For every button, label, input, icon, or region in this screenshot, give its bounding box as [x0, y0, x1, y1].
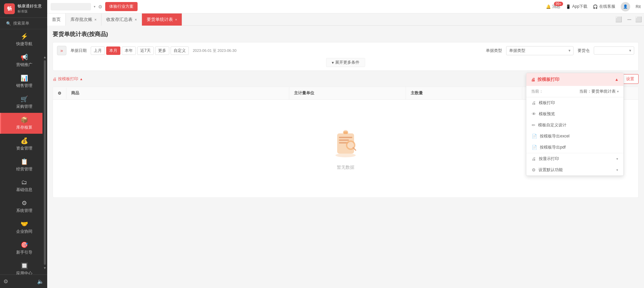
sidebar-item-sales[interactable]: 📊 销售管理 — [0, 71, 47, 92]
display-print-arrow: ▾ — [616, 157, 618, 161]
th-qty: 主数量 — [406, 87, 522, 99]
sidebar-item-operation[interactable]: 📋 经营管理 — [0, 155, 47, 175]
sidebar-item-quick-nav[interactable]: ⚡ 快捷导航 — [0, 29, 47, 50]
topbar-dropdown-icon[interactable]: ▾ — [94, 5, 95, 8]
avatar[interactable]: 👤 — [621, 2, 630, 11]
th-unit: 主计量单位 — [289, 87, 406, 99]
enterprise-icon: 🤝 — [21, 220, 28, 228]
page-title: 要货单统计表(按商品) — [53, 30, 639, 38]
print-icon: 🖨 — [53, 77, 57, 82]
date-btn-7days[interactable]: 近7天 — [137, 46, 154, 55]
date-btn-this-year[interactable]: 本年 — [122, 46, 136, 55]
th-product: 商品 — [66, 87, 289, 99]
guide-icon: 🎯 — [21, 241, 28, 249]
sidebar-item-apps[interactable]: 🔲 应用中心 — [0, 259, 47, 275]
topbar-gear-icon[interactable]: ⚙ — [98, 4, 103, 9]
default-func-arrow: ▾ — [616, 168, 618, 172]
sound-icon[interactable]: 🔈 — [37, 278, 44, 285]
print-dropdown: 🖨 按模板打印 ▲ 当前： 当前：要货单统计表 ▾ 🖨 模板打印 👁 — [526, 73, 624, 176]
print-btn-arrow: ▲ — [80, 77, 83, 81]
expand-more-icon: ▾ — [332, 60, 334, 65]
dropdown-item-template-preview[interactable]: 👁 模板预览 — [526, 108, 623, 120]
tab-order-stats[interactable]: 要货单统计表 × — [142, 13, 182, 26]
tab-close-batch-account[interactable]: × — [94, 18, 96, 22]
main-area: ▾ ⚙ 体验行业方案 🔔 消息 99+ 📱 App下载 🎧 在线客服 👤 Rit — [47, 0, 644, 288]
template-preview-icon: 👁 — [532, 111, 536, 117]
type-filter-label: 单据类型 — [486, 48, 502, 54]
sidebar-item-system[interactable]: ⚙ 系统管理 — [0, 196, 47, 217]
tab-expand-icon[interactable]: ⬜ — [612, 16, 625, 23]
phone-icon: 📱 — [566, 4, 571, 9]
print-dropdown-header[interactable]: 🖨 按模板打印 ▲ — [526, 73, 623, 86]
avatar-icon: 👤 — [623, 4, 628, 9]
th-settings[interactable]: ⚙ — [53, 88, 66, 99]
dropdown-item-default-func[interactable]: ⚙ 设置默认功能 ▾ — [526, 164, 623, 175]
sidebar-item-purchase[interactable]: 🛒 采购管理 — [0, 92, 47, 113]
filter-more-row: ▾ 展开更多条件 — [57, 58, 634, 67]
tab-batch-account[interactable]: 库存批次账 × — [66, 13, 101, 26]
date-btn-custom[interactable]: 自定义 — [171, 46, 189, 55]
settings-btn[interactable]: 设置 — [622, 74, 639, 84]
sidebar-nav: ⚡ 快捷导航 📢 营销推广 📊 销售管理 🛒 采购管理 📦 库存核算 💰 资金管… — [0, 29, 47, 275]
quick-nav-icon: ⚡ — [21, 33, 28, 40]
dropdown-section2: 🖨 按显示打印 ▾ ⚙ 设置默认功能 ▾ — [526, 153, 623, 175]
svg-rect-3 — [339, 139, 349, 141]
scroll-up-arrow[interactable]: ▲ — [43, 55, 47, 59]
window-maximize-icon[interactable]: ⬜ — [633, 16, 644, 23]
goods-select-arrow: ▾ — [629, 48, 631, 53]
topbar-right: 🔔 消息 99+ 📱 App下载 🎧 在线客服 👤 Rit — [546, 2, 641, 11]
default-func-icon: ⚙ — [532, 167, 536, 172]
dropdown-item-template-print[interactable]: 🖨 模板打印 — [526, 97, 623, 108]
template-print-icon: 🖨 — [532, 100, 536, 105]
tab-close-order-stats[interactable]: × — [175, 18, 177, 22]
date-group: 上月 本月 本年 近7天 更多 自定义 — [91, 46, 189, 55]
inventory-icon: 📦 — [21, 116, 28, 124]
settings-bottom-icon[interactable]: ⚙ — [3, 278, 8, 285]
type-select-arrow: ▾ — [568, 48, 570, 53]
sidebar-search[interactable]: 🔍 搜索菜单 — [0, 18, 47, 29]
goods-select[interactable]: ▾ — [594, 46, 634, 55]
svg-rect-9 — [344, 131, 348, 134]
print-btn[interactable]: 🖨 按模板打印 ▲ — [53, 76, 83, 82]
type-select[interactable]: 单据类型 ▾ — [506, 46, 574, 55]
tab-close-receipt-summary[interactable]: × — [135, 18, 137, 22]
scrollbar-thumb[interactable] — [44, 60, 46, 265]
scroll-down-arrow[interactable]: ▼ — [43, 266, 47, 270]
finance-icon: 💰 — [21, 137, 28, 145]
content: 要货单统计表(按商品) » 单据日期 上月 本月 本年 近7天 更多 自定义 2… — [47, 26, 644, 288]
filter-more-btn[interactable]: ▾ 展开更多条件 — [326, 58, 365, 67]
current-template-val[interactable]: 当前：要货单统计表 ▾ — [579, 89, 619, 94]
dropdown-item-template-design[interactable]: ✏ 模板自定义设计 — [526, 120, 623, 131]
date-btn-this-month[interactable]: 本月 — [106, 46, 120, 55]
window-minimize-icon[interactable]: ─ — [625, 17, 633, 23]
sidebar-item-guide[interactable]: 🎯 新手引导 — [0, 238, 47, 259]
notification-btn[interactable]: 🔔 消息 99+ — [546, 4, 560, 9]
print-dropdown-collapse-icon[interactable]: ▲ — [615, 77, 619, 82]
date-btn-more[interactable]: 更多 — [155, 46, 169, 55]
sidebar-item-enterprise[interactable]: 🤝 企业协同 — [0, 217, 47, 238]
date-btn-prev-month[interactable]: 上月 — [91, 46, 105, 55]
sidebar-item-basic[interactable]: 🗂 基础信息 — [0, 175, 47, 196]
purchase-icon: 🛒 — [21, 95, 28, 103]
template-design-icon: ✏ — [532, 123, 535, 128]
sidebar: 畅 畅康通好生意 标准版 🔍 搜索菜单 ⚡ 快捷导航 📢 营销推广 📊 销售管理… — [0, 0, 47, 288]
empty-illustration — [329, 127, 362, 160]
filter-expand-btn[interactable]: » — [57, 46, 66, 55]
trial-btn[interactable]: 体验行业方案 — [105, 2, 138, 11]
sidebar-item-finance[interactable]: 💰 资金管理 — [0, 134, 47, 155]
tab-receipt-summary[interactable]: 收发存汇总表 × — [101, 13, 142, 26]
sidebar-item-inventory[interactable]: 📦 库存核算 — [0, 113, 47, 134]
topbar: ▾ ⚙ 体验行业方案 🔔 消息 99+ 📱 App下载 🎧 在线客服 👤 Rit — [47, 0, 644, 13]
sidebar-scrollbar[interactable]: ▲ ▼ — [42, 54, 47, 271]
app-download-btn[interactable]: 📱 App下载 — [566, 4, 587, 9]
dropdown-item-export-excel[interactable]: 📄 按模板导出excel — [526, 131, 623, 142]
tab-home[interactable]: 首页 — [47, 13, 66, 26]
date-range: 2023-06-01 至 2023-06-30 — [193, 48, 237, 53]
online-service-btn[interactable]: 🎧 在线客服 — [593, 4, 615, 9]
search-icon: 🔍 — [6, 21, 11, 26]
sidebar-item-marketing[interactable]: 📢 营销推广 — [0, 50, 47, 71]
topbar-search-input[interactable] — [51, 3, 91, 10]
svg-rect-2 — [339, 137, 352, 138]
dropdown-item-export-pdf[interactable]: 📄 按模板导出pdf — [526, 142, 623, 153]
dropdown-item-display-print[interactable]: 🖨 按显示打印 ▾ — [526, 153, 623, 164]
